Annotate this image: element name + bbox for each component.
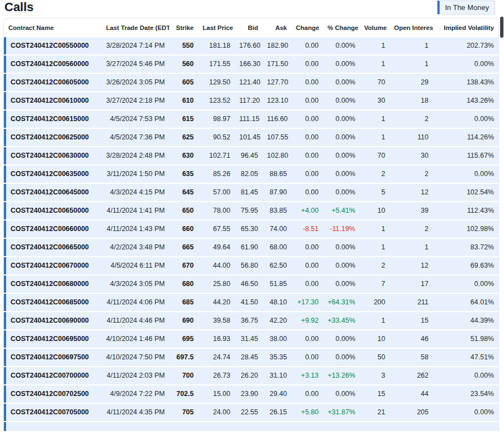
scrollbar-track[interactable] [500,17,504,436]
implied-volatility-cell: 0.00% [433,404,498,421]
last-price-cell: 57.00 [198,184,235,201]
contract-name-cell[interactable]: COST240412C00697500 [4,349,102,366]
column-header-last-trade-date: Last Trade Date (EDT) [102,19,169,36]
last-price-cell: 129.50 [198,74,235,91]
implied-volatility-cell: 115.67% [433,147,498,164]
volume-cell: 10 [360,330,390,348]
last-price-cell: 102.71 [198,147,235,164]
last-price-cell: 85.26 [198,166,235,183]
open-interest-cell: 58 [390,349,433,366]
table-row: COST240412C007025004/9/2024 7:22 PM702.5… [4,385,498,403]
scrollbar-thumb[interactable] [500,17,503,38]
contract-name-cell[interactable]: COST240412C00700000 [4,367,102,384]
percent-change-cell: 0.00% [323,147,360,164]
percent-change-cell: 0.00% [323,257,360,274]
open-interest-cell: 30 [390,147,433,164]
contract-name-cell[interactable]: COST240412C00560000 [4,56,102,73]
strike-cell: 702.5 [169,385,198,403]
contract-name-cell[interactable]: COST240412C00615000 [4,111,102,128]
strike-cell: 695 [169,330,198,348]
change-cell [291,422,323,431]
contract-name-cell[interactable]: COST240412C00680000 [4,275,102,293]
contract-name-cell[interactable]: COST240412C00665000 [4,239,102,256]
options-table-container: Contract NameLast Trade Date (EDT)Strike… [3,18,499,432]
bid-cell: 26.20 [235,367,263,384]
volume-cell: 5 [360,184,390,201]
contract-name-cell[interactable]: COST240412C00645000 [4,184,102,201]
bid-cell: 75.95 [235,202,263,219]
contract-name-cell[interactable]: COST240412C00605000 [4,74,102,91]
contract-name-cell[interactable]: COST240412C00550000 [4,37,102,54]
contract-name-cell[interactable]: COST240412C00702500 [4,385,102,403]
contract-name-cell[interactable]: COST240412C00625000 [4,129,102,146]
contract-name-cell[interactable]: COST240412C00670000 [4,257,102,274]
in-the-money-filter[interactable]: In The Money [437,1,495,14]
open-interest-cell: 262 [390,367,433,384]
bid-cell: 96.45 [235,147,263,164]
ask-cell: 171.50 [263,56,291,73]
change-cell: 0.00 [291,330,323,348]
contract-name-cell[interactable]: COST240412C00685000 [4,294,102,311]
bid-cell: 41.50 [235,294,263,311]
open-interest-cell: 2 [390,166,433,183]
implied-volatility-cell: 51.98% [433,330,498,348]
strike-cell: 700 [169,367,198,384]
open-interest-cell: 205 [390,404,433,421]
percent-change-cell: 0.00% [323,275,360,293]
implied-volatility-cell: 64.01% [433,294,498,311]
contract-name-cell[interactable]: COST240412C00630000 [4,147,102,164]
percent-change-cell: +5.41% [323,202,360,219]
implied-volatility-cell: 23.54% [433,385,498,403]
implied-volatility-cell: 102.98% [433,220,498,238]
column-header-bid: Bid [235,19,263,36]
table-row: COST240412C006900004/11/2024 4:46 PM6903… [4,312,498,329]
strike-cell: 685 [169,294,198,311]
ask-cell: 83.85 [263,202,291,219]
open-interest-cell: 44 [390,385,433,403]
volume-cell: 200 [360,294,390,311]
last-price-cell: 15.00 [198,385,235,403]
implied-volatility-cell: 0.00% [433,111,498,128]
contract-name-cell[interactable]: COST240412C00695000 [4,330,102,348]
open-interest-cell: 2 [390,111,433,128]
strike-cell: 670 [169,257,198,274]
ask-cell: 38.00 [263,330,291,348]
strike-cell: 630 [169,147,198,164]
change-cell: 0.00 [291,257,323,274]
strike-cell [169,422,198,431]
volume-cell: 1 [360,129,390,146]
implied-volatility-cell: 0.00% [433,367,498,384]
volume-cell: 15 [360,385,390,403]
contract-name-cell[interactable]: COST240412C00650000 [4,202,102,219]
column-header-volume: Volume [360,19,390,36]
bid-cell: 117.20 [235,92,263,109]
bid-cell: 81.45 [235,184,263,201]
change-cell: +5.80 [291,404,323,421]
column-header-implied-volatility: Implied Volatility [433,19,498,36]
last-price-cell: 25.80 [198,275,235,293]
strike-cell: 635 [169,166,198,183]
volume-cell: 3 [360,367,390,384]
column-header-change: Change [291,19,323,36]
ask-cell: 74.00 [263,220,291,238]
ask-cell: 116.60 [263,111,291,128]
volume-cell: 50 [360,349,390,366]
volume-cell: 70 [360,74,390,91]
column-header-contract-name: Contract Name [4,19,102,36]
strike-cell: 665 [169,239,198,256]
last-trade-date-cell: 4/3/2024 3:05 PM [102,275,169,293]
implied-volatility-cell: 202.73% [433,37,498,54]
last-price-cell: 98.97 [198,111,235,128]
implied-volatility-cell: 112.43% [433,202,498,219]
contract-name-cell[interactable]: COST240412C00610000 [4,92,102,109]
bid-cell: 101.45 [235,129,263,146]
last-price-cell: 24.74 [198,349,235,366]
open-interest-cell: 29 [390,74,433,91]
contract-name-cell[interactable]: COST240412C00705000 [4,404,102,421]
table-row: COST240412C006300003/28/2024 2:48 PM6301… [4,147,498,164]
contract-name-cell[interactable]: COST240412C00635000 [4,166,102,183]
contract-name-cell[interactable]: COST240412C00660000 [4,220,102,238]
last-trade-date-cell: 3/26/2024 3:05 PM [102,74,169,91]
bid-cell: 56.80 [235,257,263,274]
contract-name-cell[interactable]: COST240412C00690000 [4,312,102,329]
